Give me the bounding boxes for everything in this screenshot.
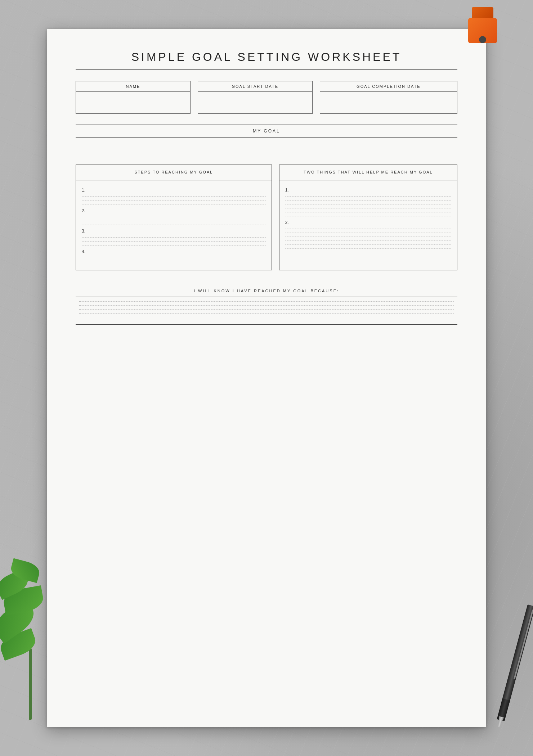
goal-line-1 bbox=[76, 142, 457, 142]
name-label: NAME bbox=[76, 81, 190, 92]
thing-1-line-1 bbox=[285, 196, 451, 197]
thing-1-line-6 bbox=[285, 216, 451, 216]
step-4-line-2 bbox=[82, 262, 266, 262]
step-item-1: 1. bbox=[82, 188, 266, 204]
thing-2-line-1 bbox=[285, 229, 451, 229]
step-item-4: 4. bbox=[82, 249, 266, 262]
plant-decoration bbox=[0, 576, 72, 720]
thing-number-2: 2. bbox=[285, 220, 451, 225]
thing-2-line-2 bbox=[285, 233, 451, 233]
completion-date-value[interactable] bbox=[320, 92, 457, 113]
step-3-line-3 bbox=[82, 245, 266, 246]
goal-lines bbox=[76, 142, 457, 150]
completion-date-field-box: GOAL COMPLETION DATE bbox=[320, 81, 457, 114]
thing-1-line-2 bbox=[285, 200, 451, 201]
step-4-line-1 bbox=[82, 258, 266, 258]
thing-1-line-3 bbox=[285, 204, 451, 204]
reached-line-3 bbox=[79, 309, 454, 310]
thing-item-1: 1. bbox=[285, 188, 451, 216]
reached-line-2 bbox=[79, 305, 454, 306]
step-1-line-2 bbox=[82, 200, 266, 201]
pen-decoration bbox=[494, 604, 533, 729]
thing-2-line-4 bbox=[285, 240, 451, 241]
name-field-box: NAME bbox=[76, 81, 191, 114]
my-goal-header: MY GOAL bbox=[76, 125, 457, 138]
main-content-area: STEPS TO REACHING MY GOAL 1. 2. 3. bbox=[76, 165, 457, 270]
step-2-line-2 bbox=[82, 221, 266, 221]
step-number-3: 3. bbox=[82, 229, 266, 234]
step-2-line-3 bbox=[82, 225, 266, 225]
steps-header: STEPS TO REACHING MY GOAL bbox=[76, 165, 272, 180]
thing-1-line-4 bbox=[285, 208, 451, 208]
step-2-line-1 bbox=[82, 217, 266, 217]
thing-number-1: 1. bbox=[285, 188, 451, 193]
thing-2-line-3 bbox=[285, 237, 451, 237]
step-3-line-2 bbox=[82, 241, 266, 242]
thing-2-line-5 bbox=[285, 244, 451, 245]
thing-2-line-6 bbox=[285, 248, 451, 249]
completion-date-label: GOAL COMPLETION DATE bbox=[320, 81, 457, 92]
start-date-label: GOAL START DATE bbox=[198, 81, 312, 92]
things-content: 1. 2. bbox=[279, 180, 457, 257]
reached-lines bbox=[76, 301, 457, 314]
thing-item-2: 2. bbox=[285, 220, 451, 249]
step-1-line-1 bbox=[82, 196, 266, 197]
worksheet-title: SIMPLE GOAL SETTING WORKSHEET bbox=[76, 50, 457, 70]
goal-line-2 bbox=[76, 146, 457, 146]
step-1-line-3 bbox=[82, 204, 266, 204]
sharpener-decoration bbox=[468, 7, 497, 43]
things-header: TWO THINGS THAT WILL HELP ME REACH MY GO… bbox=[279, 165, 457, 180]
worksheet-paper: SIMPLE GOAL SETTING WORKSHEET NAME GOAL … bbox=[47, 29, 486, 727]
things-box: TWO THINGS THAT WILL HELP ME REACH MY GO… bbox=[279, 165, 457, 270]
step-item-3: 3. bbox=[82, 229, 266, 246]
steps-content: 1. 2. 3. 4. bbox=[76, 180, 272, 270]
reached-section: I WILL KNOW I HAVE REACHED MY GOAL BECAU… bbox=[76, 285, 457, 325]
start-date-value[interactable] bbox=[198, 92, 312, 113]
start-date-field-box: GOAL START DATE bbox=[198, 81, 313, 114]
step-number-2: 2. bbox=[82, 208, 266, 213]
reached-line-4 bbox=[79, 313, 454, 314]
reached-header: I WILL KNOW I HAVE REACHED MY GOAL BECAU… bbox=[76, 285, 457, 297]
header-fields: NAME GOAL START DATE GOAL COMPLETION DAT… bbox=[76, 81, 457, 114]
name-value[interactable] bbox=[76, 92, 190, 113]
steps-box: STEPS TO REACHING MY GOAL 1. 2. 3. bbox=[76, 165, 272, 270]
step-3-line-1 bbox=[82, 237, 266, 238]
step-item-2: 2. bbox=[82, 208, 266, 225]
step-number-1: 1. bbox=[82, 188, 266, 193]
my-goal-section: MY GOAL bbox=[76, 125, 457, 150]
thing-1-line-5 bbox=[285, 212, 451, 212]
step-number-4: 4. bbox=[82, 249, 266, 254]
reached-line-1 bbox=[79, 301, 454, 302]
goal-line-3 bbox=[76, 150, 457, 150]
